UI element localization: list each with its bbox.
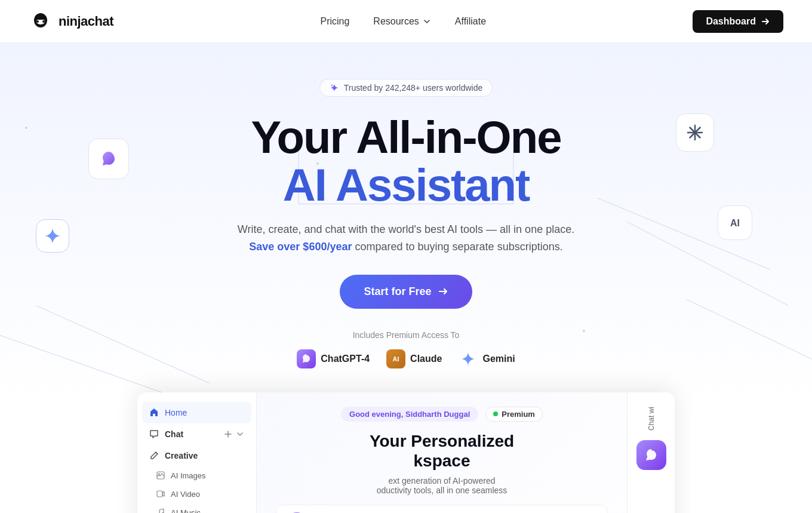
logo-icon (29, 10, 53, 33)
trusted-badge: Trusted by 242,248+ users worldwide (319, 79, 493, 97)
svg-text:AI: AI (393, 355, 399, 363)
preview-sidebar: Home Chat (137, 392, 257, 513)
svg-rect-25 (157, 491, 162, 497)
chatgpt-badge-icon (297, 349, 316, 368)
chevron-down-icon[interactable] (236, 430, 244, 438)
sidebar-ai-video[interactable]: AI Video (137, 485, 256, 503)
preview-right-panel: Chat wi (627, 392, 675, 513)
includes-label: Includes Premium Access To (24, 330, 788, 340)
dashboard-preview: Home Chat (137, 392, 675, 513)
preview-main-title: Your Personalized kspace (276, 431, 608, 471)
gemini-badge: Gemini (459, 349, 515, 368)
claude-badge-icon: AI (386, 349, 405, 368)
video-icon (156, 490, 165, 498)
svg-point-24 (158, 473, 159, 474)
model-item[interactable]: ChatGPT-4o Best for creative writing and… (276, 505, 608, 513)
dashboard-button[interactable]: Dashboard (693, 10, 783, 33)
logo-text: ninjachat (59, 14, 113, 29)
plus-icon[interactable] (224, 430, 232, 438)
image-icon (156, 471, 165, 480)
sidebar-ai-music[interactable]: AI Music (137, 503, 256, 513)
nav-pricing[interactable]: Pricing (320, 16, 349, 27)
hero-subtitle: Write, create, and chat with the world's… (24, 223, 788, 236)
sidebar-ai-images[interactable]: AI Images (137, 466, 256, 485)
hero-content: Trusted by 242,248+ users worldwide Your… (24, 79, 788, 513)
arrow-right-icon (761, 17, 770, 26)
preview-chatgpt-button[interactable] (636, 440, 666, 470)
logo[interactable]: ninjachat (29, 10, 113, 33)
preview-greeting: Good evening, Siddharth Duggal Premium (341, 407, 543, 422)
hero-subtitle-save: Save over $600/year compared to buying s… (24, 241, 788, 253)
preview-main: Good evening, Siddharth Duggal Premium Y… (257, 392, 627, 513)
music-icon (156, 508, 165, 513)
chevron-down-icon (423, 17, 431, 26)
sidebar-chat-section: Chat (137, 423, 256, 445)
preview-main-subtitle: ext generation of AI-powered oductivity … (276, 476, 608, 495)
model-list: ChatGPT-4o Best for creative writing and… (276, 505, 608, 513)
sidebar-creative-section: Creative (137, 445, 256, 466)
hero-section: AI Trusted by 242,248+ users worldwide (0, 43, 812, 513)
chatgpt-badge: ChatGPT-4 (297, 349, 370, 368)
home-icon (149, 408, 159, 417)
start-free-button[interactable]: Start for Free (340, 275, 472, 309)
svg-point-5 (42, 20, 45, 23)
svg-point-4 (36, 20, 39, 23)
gemini-badge-icon (459, 349, 478, 368)
arrow-right-icon (438, 286, 448, 297)
navbar: ninjachat Pricing Resources Affiliate Da… (0, 0, 812, 43)
pencil-icon (149, 451, 159, 460)
nav-links: Pricing Resources Affiliate (320, 16, 486, 27)
chat-icon (149, 429, 159, 439)
ai-badges: ChatGPT-4 AI Claude (24, 349, 788, 368)
nav-resources[interactable]: Resources (373, 16, 430, 27)
nav-affiliate[interactable]: Affiliate (455, 16, 486, 27)
claude-badge: AI Claude (386, 349, 442, 368)
svg-rect-3 (35, 17, 47, 20)
hero-title: Your All-in-One AI Assistant (24, 113, 788, 209)
sparkle-icon (330, 83, 339, 93)
sidebar-home[interactable]: Home (142, 402, 251, 423)
premium-badge: Premium (485, 407, 543, 422)
